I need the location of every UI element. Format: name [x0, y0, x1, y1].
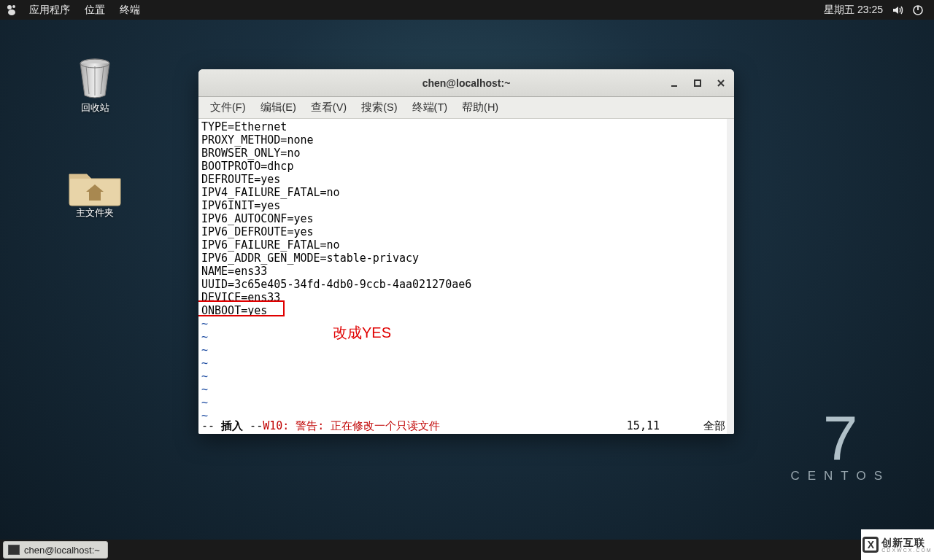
vim-empty-line: ~ [201, 317, 731, 330]
config-line: NAME=ens33 [201, 265, 731, 278]
menu-terminal[interactable]: 终端(T) [405, 99, 455, 116]
window-title: chen@localhost:~ [198, 77, 734, 89]
terminal-menubar: 文件(F) 编辑(E) 查看(V) 搜索(S) 终端(T) 帮助(H) [198, 97, 734, 119]
config-line: IPV4_FAILURE_FATAL=no [201, 186, 731, 199]
config-line: IPV6INIT=yes [201, 199, 731, 212]
config-line: IPV6_DEFROUTE=yes [201, 225, 731, 238]
config-line: IPV6_ADDR_GEN_MODE=stable-privacy [201, 252, 731, 265]
watermark-text-big: 创新互联 [881, 537, 932, 548]
gnome-top-bar: 应用程序 位置 终端 星期五 23:25 [0, 0, 934, 20]
vim-warning: W10: 警告: 正在修改一个只读文件 [263, 419, 440, 432]
folder-home-icon [66, 164, 123, 206]
gnome-foot-icon [6, 4, 18, 16]
config-line: BOOTPROTO=dhcp [201, 160, 731, 173]
menu-edit[interactable]: 编辑(E) [253, 99, 304, 116]
taskbar-item-terminal[interactable]: chen@localhost:~ [3, 541, 108, 559]
vim-empty-line: ~ [201, 330, 731, 343]
vim-scroll-pct: 全部 [703, 419, 725, 432]
clock[interactable]: 星期五 23:25 [819, 0, 887, 20]
volume-icon[interactable] [887, 0, 908, 20]
menu-view[interactable]: 查看(V) [304, 99, 354, 116]
config-line: TYPE=Ethernet [201, 120, 731, 133]
menu-search[interactable]: 搜索(S) [354, 99, 404, 116]
window-titlebar[interactable]: chen@localhost:~ [198, 69, 734, 97]
annotation-change-to-yes: 改成YES [333, 326, 391, 339]
vim-empty-line: ~ [201, 343, 731, 357]
svg-rect-11 [695, 80, 700, 86]
desktop-home-label: 主文件夹 [58, 206, 131, 219]
menu-applications[interactable]: 应用程序 [22, 0, 77, 20]
taskbar-item-label: chen@localhost:~ [24, 545, 100, 556]
onboot-highlight-box [198, 300, 285, 316]
menu-terminal[interactable]: 终端 [112, 0, 147, 20]
centos-name: CENTOS [790, 469, 890, 483]
vim-mode: -- 插入 -- [201, 419, 263, 432]
terminal-body[interactable]: TYPE=EthernetPROXY_METHOD=noneBROWSER_ON… [198, 119, 734, 434]
centos-version: 7 [790, 410, 890, 466]
desktop-home-folder[interactable]: 主文件夹 [58, 164, 131, 219]
config-line: PROXY_METHOD=none [201, 133, 731, 147]
vim-empty-line: ~ [201, 383, 731, 396]
centos-brand: 7 CENTOS [790, 410, 890, 483]
vim-status-line: -- 插入 -- W10: 警告: 正在修改一个只读文件 15,11 全部 [201, 419, 725, 432]
gnome-bottom-bar: chen@localhost:~ [0, 540, 934, 560]
config-line: BROWSER_ONLY=no [201, 147, 731, 160]
watermark-text-small: CDXWCX.COM [881, 548, 932, 553]
menu-places[interactable]: 位置 [77, 0, 112, 20]
vim-empty-line: ~ [201, 396, 731, 409]
svg-point-0 [7, 5, 12, 9]
svg-point-2 [8, 9, 15, 15]
config-line: DEFROUTE=yes [201, 173, 731, 186]
menu-file[interactable]: 文件(F) [203, 99, 253, 116]
terminal-icon [8, 545, 20, 555]
terminal-scrollbar[interactable] [727, 119, 734, 434]
desktop-trash[interactable]: 回收站 [58, 55, 131, 114]
desktop-trash-label: 回收站 [58, 101, 131, 114]
menu-help[interactable]: 帮助(H) [455, 99, 506, 116]
vim-cursor-pos: 15,11 [627, 419, 660, 432]
trash-icon [72, 55, 118, 101]
watermark-logo: X 创新互联 CDXWCX.COM [861, 529, 934, 560]
power-icon[interactable] [908, 0, 928, 20]
vim-empty-line: ~ [201, 370, 731, 383]
svg-point-1 [12, 5, 15, 8]
window-close-button[interactable] [711, 74, 731, 92]
config-line: IPV6_FAILURE_FATAL=no [201, 238, 731, 252]
desktop: 应用程序 位置 终端 星期五 23:25 [0, 0, 934, 560]
config-line: UUID=3c65e405-34fd-4db0-9ccb-4aa021270ae… [201, 278, 731, 291]
window-minimize-button[interactable] [664, 74, 684, 92]
vim-empty-line: ~ [201, 357, 731, 370]
config-line: IPV6_AUTOCONF=yes [201, 212, 731, 225]
window-maximize-button[interactable] [687, 74, 708, 92]
watermark-icon: X [862, 537, 879, 553]
terminal-window: chen@localhost:~ 文件(F) 编辑(E) 查看(V) 搜索(S)… [198, 69, 734, 434]
